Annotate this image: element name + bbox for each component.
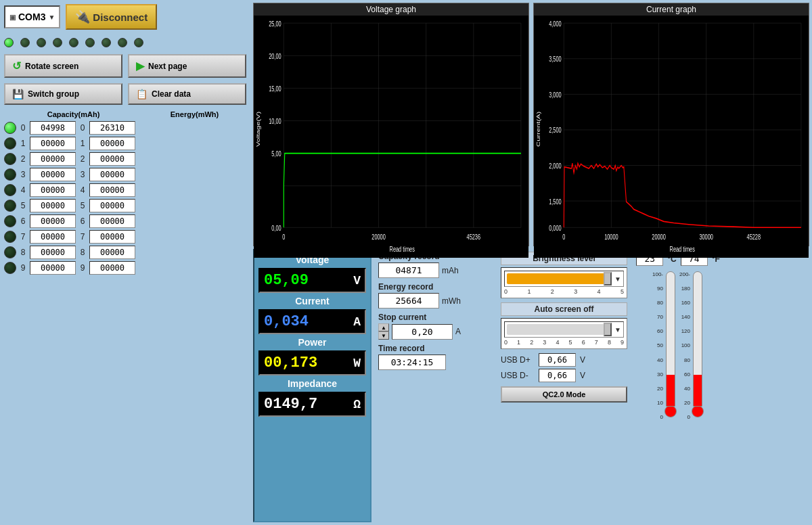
channel-capacity-6[interactable] [30,214,76,228]
energy-header: Energy(mWh) [143,110,246,118]
channel-energy-4[interactable] [89,183,135,197]
impedance-label: Impedance [258,378,366,389]
channel-capacity-8[interactable] [30,246,76,259]
clear-data-button[interactable]: 📋 Clear data [128,83,246,105]
capacity-record-input[interactable] [378,262,439,278]
top-bar: ▣ COM3 ▼ 🔌 Disconnect [4,4,246,30]
channel-label-0: 0 [18,123,28,133]
time-record-input[interactable] [378,355,446,370]
svg-text:4,000: 4,000 [549,19,561,28]
channel-energy-9[interactable] [89,261,135,275]
channel-energy-3[interactable] [89,168,135,181]
auto-screen-slider-container[interactable]: ▼ 0 1 2 3 4 5 6 7 8 9 [501,318,627,349]
fahrenheit-thermometer: 200- 180 160 140 120 100 80 60 40 20 0 [679,271,704,517]
channel-energy-6[interactable] [89,214,135,228]
channel-capacity-5[interactable] [30,199,76,212]
channel-indicator-6 [4,215,16,227]
auto-screen-ticks: 0 1 2 3 4 5 6 7 8 9 [504,339,624,346]
channel-energy-1[interactable] [89,137,135,150]
usb-dminus-unit: V [580,371,585,380]
fahrenheit-tube [693,271,702,407]
celsius-thermometer: 100- 90 80 70 60 50 40 30 20 10 0 [652,271,677,517]
spinner-up[interactable]: ▲ [378,323,389,332]
fahrenheit-fill [694,375,702,406]
channel-indicator-9 [4,262,16,274]
graphs-row: Voltage graph [253,3,809,246]
channel-row-6: 66 [4,214,246,228]
brightness-slider-container[interactable]: ▼ 0 1 2 3 4 5 [501,267,627,298]
rotate-icon: ↺ [12,60,21,72]
brightness-ticks: 0 1 2 3 4 5 [504,288,624,295]
current-unit: A [353,315,361,329]
svg-text:1,500: 1,500 [549,197,561,206]
power-display: 00,173 W [258,350,366,375]
impedance-display: 0149,7 Ω [258,392,366,417]
svg-text:2,500: 2,500 [549,126,561,135]
current-value: 0,034 [264,313,309,330]
channel-energy-label-5: 5 [78,201,87,210]
disconnect-button[interactable]: 🔌 Disconnect [66,4,157,30]
svg-text:15,00: 15,00 [269,84,281,93]
channel-capacity-7[interactable] [30,230,76,244]
channel-energy-7[interactable] [89,230,135,244]
channel-energy-5[interactable] [89,199,135,212]
channel-row-9: 99 [4,261,246,275]
qc-mode-button[interactable]: QC2.0 Mode [501,386,627,403]
disconnect-icon: 🔌 [75,9,90,24]
voltage-unit: V [353,274,361,288]
channel-indicator-7 [4,231,16,243]
switch-group-button[interactable]: 💾 Switch group [4,83,122,105]
svg-text:Read times: Read times [390,244,415,253]
channel-capacity-9[interactable] [30,261,76,275]
qc-mode-label: QC2.0 Mode [543,390,586,398]
next-page-button[interactable]: ▶ Next page [128,54,246,78]
voltage-graph-title: Voltage graph [254,3,528,16]
channel-energy-0[interactable] [89,121,135,135]
channel-energy-label-3: 3 [78,170,87,179]
com-port-selector[interactable]: ▣ COM3 ▼ [4,5,60,28]
svg-text:Voltage(V): Voltage(V) [255,112,261,147]
power-value: 00,173 [264,355,317,371]
channel-row-8: 88 [4,246,246,259]
channel-row-2: 22 [4,152,246,166]
usb-group: USB D+ V USB D- V [501,353,627,382]
svg-text:2,000: 2,000 [549,161,561,170]
channel-label-4: 4 [18,185,28,195]
stop-current-input[interactable] [392,324,453,340]
time-record-label: Time record [378,344,491,353]
indicator-1 [20,38,30,47]
usb-dplus-unit: V [580,355,585,365]
channel-energy-2[interactable] [89,152,135,166]
svg-rect-25 [534,16,809,258]
brightness-thumb[interactable] [604,272,612,286]
usb-dminus-input[interactable] [539,369,576,382]
current-label: Current [258,296,366,306]
channel-energy-8[interactable] [89,246,135,259]
channel-headers: Capacity(mAh) Energy(mWh) [4,110,246,118]
indicator-4 [69,38,78,47]
time-record-row [378,355,491,370]
thermometers-container: 100- 90 80 70 60 50 40 30 20 10 0 [637,269,719,520]
stop-current-spinner[interactable]: ▲ ▼ [378,323,389,340]
impedance-unit: Ω [353,398,361,411]
energy-record-row: mWh [378,293,491,309]
svg-text:Current(A): Current(A) [535,112,541,147]
voltage-graph-svg: 25,00 20,00 15,00 10,00 5,00 0,00 0 2000… [254,16,528,258]
channel-capacity-4[interactable] [30,183,76,197]
channel-capacity-1[interactable] [30,137,76,150]
rotate-screen-button[interactable]: ↺ Rotate screen [4,54,122,78]
usb-dplus-input[interactable] [539,353,576,367]
auto-screen-thumb[interactable] [604,323,612,336]
channel-capacity-0[interactable] [30,121,76,135]
current-graph-title: Current graph [534,3,809,16]
spinner-down[interactable]: ▼ [378,332,389,340]
com-arrow-icon: ▼ [48,14,55,21]
svg-text:0,00: 0,00 [271,223,281,232]
channel-capacity-2[interactable] [30,152,76,166]
power-label: Power [258,337,366,348]
energy-record-input[interactable] [378,293,439,309]
voltage-graph-container: Voltage graph [253,3,529,246]
channel-label-6: 6 [18,216,28,226]
indicator-8 [134,38,143,47]
channel-capacity-3[interactable] [30,168,76,181]
